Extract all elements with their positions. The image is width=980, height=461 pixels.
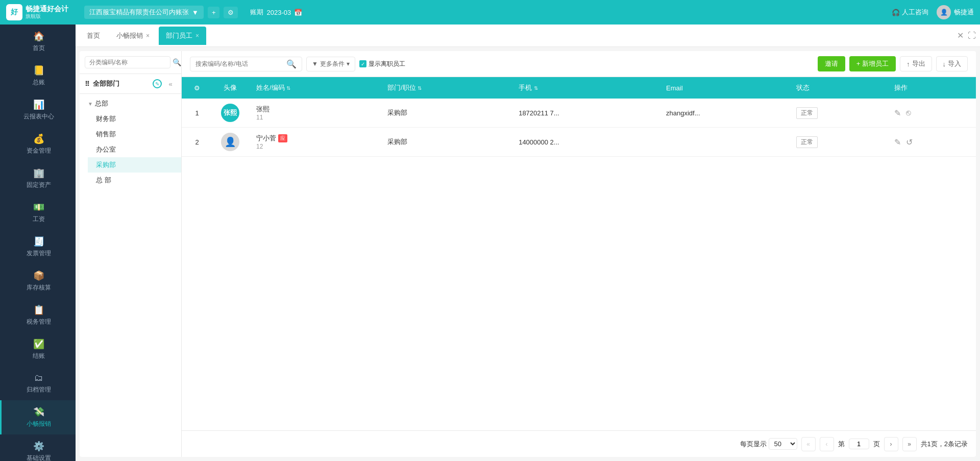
sidebar-item-salary[interactable]: 💵 工资 <box>0 196 76 230</box>
add-employee-button[interactable]: + 新增员工 <box>849 56 896 71</box>
avatar: 👤 <box>221 133 239 151</box>
content-area: 首页 小畅报销 × 部门员工 × ✕ ⛶ 🔍 <box>76 25 980 461</box>
edit-employee-btn[interactable]: ✎ <box>894 137 901 147</box>
col-name[interactable]: 姓名/编码 ⇅ <box>248 77 379 99</box>
sort-icon: ⇅ <box>418 85 422 91</box>
export-icon: ↑ <box>906 60 910 68</box>
expand-triangle: ▼ <box>88 101 93 107</box>
dept-item-zongbu-parent[interactable]: ▼ 总部 <box>80 96 181 111</box>
sidebar-item-reports[interactable]: 📊 云报表中心 <box>0 93 76 127</box>
sidebar-item-inventory[interactable]: 📦 库存核算 <box>0 264 76 298</box>
employee-search-input[interactable] <box>195 60 284 67</box>
row-actions: ✎ ↺ <box>886 128 976 157</box>
dept-item-bangong[interactable]: 办公室 <box>88 142 181 157</box>
collapse-btn[interactable]: « <box>165 78 176 89</box>
logo-text: 畅捷通好会计 旗舰版 <box>26 5 68 20</box>
col-settings[interactable]: ⚙ <box>182 77 212 99</box>
dept-search-input[interactable] <box>85 56 170 68</box>
user-menu[interactable]: 👤 畅捷通 <box>937 5 974 19</box>
top-header: 好 畅捷通好会计 旗舰版 江西服宝精品有限责任公司内账张 ▼ + ⚙ 账期 20… <box>0 0 980 25</box>
ledger-icon: 📒 <box>33 65 44 76</box>
filter-icon: ▼ <box>312 60 318 67</box>
row-phone: 18720211 7... <box>510 99 658 128</box>
checkbox-icon: ✓ <box>359 60 366 67</box>
status-badge: 应 <box>278 134 287 142</box>
import-button[interactable]: ↓ 导入 <box>936 56 968 71</box>
close-expense-tab[interactable]: × <box>146 32 150 39</box>
edit-icon: ✎ <box>153 79 162 88</box>
logout-employee-btn[interactable]: ⎋ <box>906 108 911 117</box>
reports-icon: 📊 <box>33 99 44 110</box>
export-button[interactable]: ↑ 导出 <box>900 56 932 71</box>
current-page-input[interactable] <box>849 439 869 449</box>
sidebar-item-home[interactable]: 🏠 首页 <box>0 25 76 59</box>
settings-btn[interactable]: ⚙ <box>224 7 238 18</box>
per-page-select[interactable]: 50 10 20 100 <box>769 438 797 450</box>
dept-item-caigou[interactable]: 采购部 <box>88 157 181 173</box>
all-dept-btn[interactable]: ⠿ 全部部门 <box>85 79 119 88</box>
col-phone[interactable]: 手机 ⇅ <box>510 77 658 99</box>
dept-item-xiaoshou[interactable]: 销售部 <box>88 127 181 142</box>
chevron-down-icon: ▼ <box>192 9 199 16</box>
home-icon: 🏠 <box>33 31 44 42</box>
delete-employee-btn[interactable]: ↺ <box>906 137 913 147</box>
toolbar-right: 邀请 + 新增员工 ↑ 导出 ↓ 导入 <box>818 56 968 71</box>
dept-header: ⠿ 全部部门 ✎ « <box>80 74 181 94</box>
sidebar-item-expense[interactable]: 💸 小畅报销 <box>0 400 76 434</box>
dept-search-button[interactable]: 🔍 <box>173 56 181 68</box>
sort-icon: ⇅ <box>534 85 538 91</box>
expand-icon[interactable]: ⛶ <box>968 31 976 40</box>
col-email: Email <box>658 77 788 99</box>
close-employees-tab[interactable]: × <box>195 32 199 39</box>
company-selector[interactable]: 江西服宝精品有限责任公司内账张 ▼ <box>84 6 204 19</box>
invoice-icon: 🧾 <box>33 236 44 247</box>
table-row: 2 👤 宁小菅 应 <box>182 128 976 157</box>
sidebar-item-assets[interactable]: 🏢 固定资产 <box>0 161 76 196</box>
invite-button[interactable]: 邀请 <box>818 56 845 71</box>
employee-search-box: 🔍 <box>190 57 302 71</box>
dept-panel: 🔍 ⠿ 全部部门 ✎ « <box>80 51 182 457</box>
sidebar-item-capital[interactable]: 💰 资金管理 <box>0 127 76 161</box>
calendar-icon[interactable]: 📅 <box>294 9 302 16</box>
sidebar-item-archive[interactable]: 🗂 归档管理 <box>0 367 76 400</box>
first-page-btn[interactable]: « <box>801 437 816 451</box>
header-right: 🎧 人工咨询 👤 畅捷通 <box>892 5 974 19</box>
table-row: 1 张熙 张熙 11 采购部 <box>182 99 976 128</box>
edit-employee-btn[interactable]: ✎ <box>894 108 901 118</box>
add-company-btn[interactable]: + <box>208 7 220 18</box>
row-avatar: 张熙 <box>212 99 248 128</box>
sidebar-item-ledger[interactable]: 📒 总账 <box>0 59 76 93</box>
row-num: 1 <box>182 99 212 128</box>
edit-dept-btn[interactable]: ✎ <box>152 78 163 89</box>
row-dept: 采购部 <box>379 99 510 128</box>
sidebar-item-settings[interactable]: ⚙️ 基础设置 <box>0 434 76 461</box>
tab-home[interactable]: 首页 <box>80 27 107 45</box>
sidebar-item-tax[interactable]: 📋 税务管理 <box>0 298 76 332</box>
dept-children: 财务部 销售部 办公室 采购部 总 部 <box>80 111 181 188</box>
dept-item-zongbu2[interactable]: 总 部 <box>88 173 181 188</box>
col-dept[interactable]: 部门/职位 ⇅ <box>379 77 510 99</box>
dept-search-area: 🔍 <box>80 51 181 74</box>
close-icon[interactable]: ✕ <box>957 31 964 40</box>
last-page-btn[interactable]: » <box>902 437 917 451</box>
settings-icon: ⚙️ <box>33 441 44 452</box>
employee-table: ⚙ 头像 姓名/编码 ⇅ 部门/职位 <box>182 77 976 430</box>
prev-page-btn[interactable]: ‹ <box>820 437 834 451</box>
header-period: 账期 2023-03 📅 <box>250 8 302 17</box>
grid-icon: ⠿ <box>85 80 90 88</box>
employees-table: ⚙ 头像 姓名/编码 ⇅ 部门/职位 <box>182 77 976 157</box>
tab-expense[interactable]: 小畅报销 × <box>109 27 157 45</box>
show-resigned-toggle[interactable]: ✓ 显示离职员工 <box>359 60 405 68</box>
next-page-btn[interactable]: › <box>884 437 898 451</box>
search-icon: 🔍 <box>286 59 297 69</box>
tab-employees[interactable]: 部门员工 × <box>159 27 206 45</box>
sidebar-item-closing[interactable]: ✅ 结账 <box>0 332 76 367</box>
dept-item-caiwu[interactable]: 财务部 <box>88 111 181 127</box>
sidebar-item-invoice[interactable]: 🧾 发票管理 <box>0 230 76 264</box>
main-layout: 🏠 首页 📒 总账 📊 云报表中心 💰 资金管理 🏢 固定资产 💵 工资 🧾 发… <box>0 25 980 461</box>
capital-icon: 💰 <box>33 133 44 144</box>
inventory-icon: 📦 <box>33 270 44 281</box>
filter-btn[interactable]: ▼ 更多条件 ▾ <box>306 57 355 71</box>
service-btn[interactable]: 🎧 人工咨询 <box>892 8 928 17</box>
action-icons: ✎ ⎋ <box>894 108 968 118</box>
